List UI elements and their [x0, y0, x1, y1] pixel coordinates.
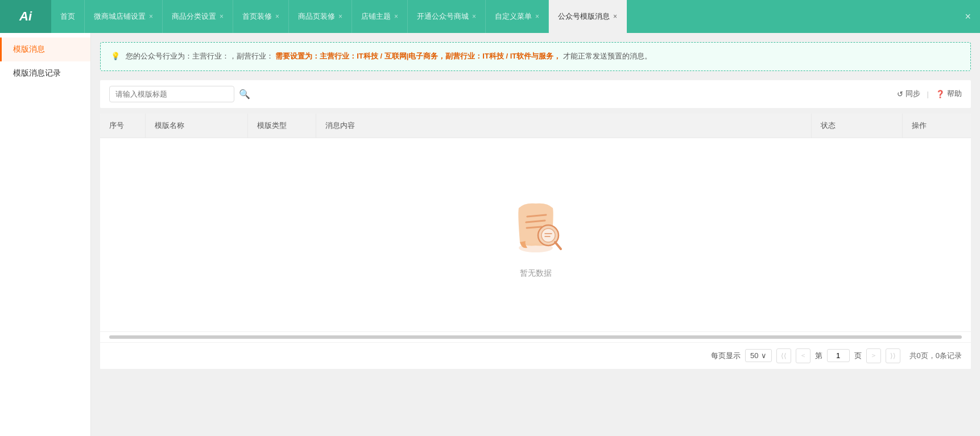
logo: Ai	[0, 0, 51, 33]
nav-tab-close-store-theme[interactable]: ×	[394, 13, 398, 20]
svg-line-6	[555, 242, 561, 249]
nav-tab-close-home-decoration[interactable]: ×	[275, 13, 279, 20]
help-label: 帮助	[947, 89, 962, 99]
nav-tab-product-category[interactable]: 商品分类设置×	[163, 0, 233, 33]
page-label-prefix: 第	[815, 351, 822, 361]
nav-tab-wechat-template-msg[interactable]: 公众号模版消息×	[549, 0, 627, 33]
scroll-bar-row[interactable]	[100, 331, 971, 342]
th-content: 消息内容	[316, 114, 812, 138]
empty-state: 暂无数据	[502, 168, 570, 301]
pagination-row: 每页显示 50 ∨ ⟨⟨ ＜ 第 页 ＞ ⟩⟩ 共0页，0条记录	[100, 342, 971, 369]
top-nav: Ai 首页微商城店铺设置×商品分类设置×首页装修×商品页装修×店铺主题×开通公众…	[0, 0, 980, 33]
search-right: ↺ 同步 | ❓ 帮助	[897, 89, 962, 99]
nav-tab-product-page-decoration[interactable]: 商品页装修×	[289, 0, 352, 33]
total-info: 共0页，0条记录	[909, 351, 962, 361]
nav-tab-home[interactable]: 首页	[51, 0, 85, 33]
sync-button[interactable]: ↺ 同步	[897, 89, 920, 99]
nav-tab-close-wechat-template-msg[interactable]: ×	[613, 13, 617, 20]
sidebar-item-template-msg-records[interactable]: 模版消息记录	[0, 61, 90, 85]
nav-tab-close-product-page-decoration[interactable]: ×	[338, 13, 342, 20]
next-page-button[interactable]: ＞	[866, 348, 881, 363]
th-action: 操作	[903, 114, 971, 138]
divider: |	[927, 90, 929, 98]
sidebar: 模版消息模版消息记录	[0, 33, 91, 436]
page-size-label: 每页显示	[711, 351, 741, 361]
help-icon: ❓	[936, 90, 945, 98]
bulb-icon: 💡	[111, 52, 120, 60]
notice-text-after: 才能正常发送预置的消息。	[563, 52, 652, 60]
chevron-down-icon: ∨	[761, 351, 767, 360]
th-status: 状态	[812, 114, 903, 138]
page-label-suffix: 页	[854, 351, 862, 361]
last-page-button[interactable]: ⟩⟩	[886, 348, 900, 363]
page-number-input[interactable]	[827, 349, 850, 362]
nav-tab-close-product-category[interactable]: ×	[220, 13, 224, 20]
nav-tab-store-theme[interactable]: 店铺主题×	[352, 0, 408, 33]
table-body: 暂无数据	[100, 138, 971, 331]
sync-icon: ↺	[897, 90, 903, 98]
svg-line-3	[527, 227, 541, 228]
content-area: 💡 您的公众号行业为：主营行业：，副营行业： 需要设置为：主营行业：IT科技 /…	[91, 33, 980, 436]
search-left: 🔍	[109, 86, 250, 102]
nav-tab-open-wechat-mall[interactable]: 开通公众号商城×	[408, 0, 486, 33]
notice-highlight: 需要设置为：主营行业：IT科技 / 互联网|电子商务，副营行业：IT科技 / I…	[275, 52, 561, 60]
svg-point-5	[541, 229, 555, 242]
nav-tab-home-decoration[interactable]: 首页装修×	[233, 0, 289, 33]
page-size-select[interactable]: 50 ∨	[745, 349, 771, 362]
scroll-bar-track[interactable]	[109, 335, 962, 339]
nav-tab-close-micro-store-settings[interactable]: ×	[149, 13, 153, 20]
nav-tab-custom-menu[interactable]: 自定义菜单×	[486, 0, 549, 33]
page-size-value: 50	[750, 351, 758, 360]
nav-tab-close-open-wechat-mall[interactable]: ×	[472, 13, 476, 20]
global-close-button[interactable]: ×	[956, 11, 980, 23]
nav-tab-close-custom-menu[interactable]: ×	[535, 13, 539, 20]
th-index: 序号	[100, 114, 146, 138]
notice-box: 💡 您的公众号行业为：主营行业：，副营行业： 需要设置为：主营行业：IT科技 /…	[100, 42, 971, 71]
help-button[interactable]: ❓ 帮助	[936, 89, 962, 99]
empty-illustration	[502, 191, 570, 259]
sidebar-item-template-msg[interactable]: 模版消息	[0, 38, 90, 61]
nav-tabs: 首页微商城店铺设置×商品分类设置×首页装修×商品页装修×店铺主题×开通公众号商城…	[51, 0, 956, 33]
empty-text: 暂无数据	[520, 268, 552, 279]
main-layout: 模版消息模版消息记录 💡 您的公众号行业为：主营行业：，副营行业： 需要设置为：…	[0, 33, 980, 436]
first-page-button[interactable]: ⟨⟨	[776, 348, 791, 363]
nav-tab-micro-store-settings[interactable]: 微商城店铺设置×	[85, 0, 163, 33]
th-type: 模版类型	[248, 114, 316, 138]
search-button[interactable]: 🔍	[239, 89, 250, 99]
th-name: 模版名称	[146, 114, 248, 138]
data-table: 序号模版名称模版类型消息内容状态操作	[100, 114, 971, 369]
search-input[interactable]	[109, 86, 234, 102]
search-bar: 🔍 ↺ 同步 | ❓ 帮助	[100, 80, 971, 108]
notice-text-before: 您的公众号行业为：主营行业：，副营行业：	[126, 52, 274, 60]
prev-page-button[interactable]: ＜	[796, 348, 811, 363]
table-header: 序号模版名称模版类型消息内容状态操作	[100, 114, 971, 138]
sync-label: 同步	[905, 89, 920, 99]
